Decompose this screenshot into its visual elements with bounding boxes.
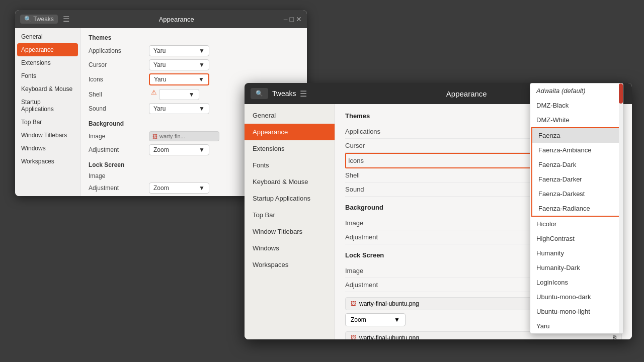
back-bg-adj-chevron: ▼ xyxy=(199,146,205,153)
back-sound-select[interactable]: Yaru ▼ xyxy=(149,103,209,114)
back-sidebar: General Appearance Extensions Fonts Keyb… xyxy=(15,28,80,196)
back-sidebar-windows[interactable]: Windows xyxy=(15,142,80,155)
dropdown-item-faenza-ambiance[interactable]: Faenza-Ambiance xyxy=(532,143,621,157)
back-ls-image-label: Image xyxy=(89,172,149,179)
icons-dropdown: Adwaita (default) DMZ-Black DMZ-White Fa… xyxy=(530,83,623,334)
back-themes-header: Themes xyxy=(89,34,299,41)
back-titlebar: 🔍 Tweaks ☰ Appearance – □ ✕ xyxy=(15,10,307,28)
back-cursor-label: Cursor xyxy=(89,61,149,68)
back-cursor-select[interactable]: Yaru ▼ xyxy=(149,59,209,70)
back-sidebar-general[interactable]: General xyxy=(15,30,80,43)
back-sidebar-startup[interactable]: Startup Applications xyxy=(15,96,80,116)
back-ls-adj-selected: Zoom xyxy=(153,185,169,192)
dropdown-item-dmz-black[interactable]: DMZ-Black xyxy=(530,98,623,113)
dropdown-item-faenza-darker[interactable]: Faenza-Darker xyxy=(532,172,621,187)
front-sidebar-workspaces[interactable]: Workspaces xyxy=(245,256,335,273)
front-sidebar-startup[interactable]: Startup Applications xyxy=(245,190,335,207)
dropdown-item-humanity[interactable]: Humanity xyxy=(530,246,623,260)
back-shell-label: Shell xyxy=(89,91,149,98)
back-applications-select[interactable]: Yaru ▼ xyxy=(149,45,209,56)
dropdown-item-adwaita[interactable]: Adwaita (default) xyxy=(530,83,623,98)
back-sidebar-workspaces[interactable]: Workspaces xyxy=(15,155,80,168)
back-minimize-btn[interactable]: – xyxy=(284,15,288,23)
dropdown-red-box-group: Faenza Faenza-Ambiance Faenza-Dark Faenz… xyxy=(531,127,622,217)
dropdown-item-dmz-white[interactable]: DMZ-White xyxy=(530,113,623,127)
back-sidebar-extensions[interactable]: Extensions xyxy=(15,56,80,69)
back-sound-label: Sound xyxy=(89,105,149,112)
dropdown-item-humanity-dark[interactable]: Humanity-Dark xyxy=(530,260,623,275)
dropdown-item-faenza-dark[interactable]: Faenza-Dark xyxy=(532,157,621,172)
front-bg-zoom-chevron: ▼ xyxy=(394,316,400,323)
back-sidebar-keyboard[interactable]: Keyboard & Mouse xyxy=(15,82,80,96)
back-bg-image-icon: 🖼 xyxy=(152,134,157,139)
back-close-btn[interactable]: ✕ xyxy=(296,15,302,23)
front-sidebar: General Appearance Extensions Fonts Keyb… xyxy=(245,104,335,339)
back-sidebar-topbar[interactable]: Top Bar xyxy=(15,116,80,129)
back-ls-adj-label: Adjustment xyxy=(89,185,149,192)
front-search-icon: 🔍 xyxy=(256,90,263,97)
dropdown-item-faenza-radiance[interactable]: Faenza-Radiance xyxy=(532,201,621,216)
back-ls-adj-select[interactable]: Zoom ▼ xyxy=(149,183,209,194)
front-bg-filename: warty-final-ubuntu.png xyxy=(359,300,419,307)
back-bg-adj-selected: Zoom xyxy=(153,146,169,153)
back-cursor-selected: Yaru xyxy=(153,61,166,68)
back-icons-selected: Yaru xyxy=(154,76,166,83)
back-sound-selected: Yaru xyxy=(153,105,166,112)
back-win-title: Appearance xyxy=(69,16,284,23)
back-applications-chevron: ▼ xyxy=(199,47,205,54)
back-bg-image-picker[interactable]: 🖼 warty-fin... xyxy=(149,131,219,141)
back-ls-adj-chevron: ▼ xyxy=(199,185,205,192)
front-sidebar-topbar[interactable]: Top Bar xyxy=(245,207,335,223)
back-sidebar-titlebars[interactable]: Window Titlebars xyxy=(15,129,80,142)
back-bg-adj-label: Adjustment xyxy=(89,146,149,153)
front-bg-zoom-select[interactable]: Zoom ▼ xyxy=(345,313,406,326)
dropdown-scrollbar-track xyxy=(619,83,623,333)
dropdown-item-hicolor[interactable]: Hicolor xyxy=(530,217,623,231)
back-cursor-chevron: ▼ xyxy=(199,61,205,68)
back-maximize-btn[interactable]: □ xyxy=(290,15,294,23)
back-shell-select[interactable]: ▼ xyxy=(159,89,199,100)
back-cursor-value: Yaru ▼ xyxy=(149,59,299,70)
back-win-buttons: – □ ✕ xyxy=(284,15,302,23)
dropdown-item-faenza-darkest[interactable]: Faenza-Darkest xyxy=(532,187,621,201)
back-icons-select[interactable]: Yaru ▼ xyxy=(149,73,209,85)
back-search-area[interactable]: 🔍 Tweaks xyxy=(20,15,58,24)
front-sidebar-general[interactable]: General xyxy=(245,107,335,124)
back-applications-value: Yaru ▼ xyxy=(149,45,299,56)
back-icons-chevron: ▼ xyxy=(198,76,204,83)
back-shell-warn: ⚠ xyxy=(151,88,157,96)
front-sidebar-extensions[interactable]: Extensions xyxy=(245,140,335,157)
front-sidebar-appearance[interactable]: Appearance xyxy=(245,124,335,140)
back-applications-label: Applications xyxy=(89,47,149,54)
back-bg-image-label: Image xyxy=(89,133,149,140)
front-ls-file-icon: 🖼 xyxy=(351,335,356,339)
back-sidebar-appearance[interactable]: Appearance xyxy=(17,43,78,56)
front-bg-zoom-label: Zoom xyxy=(351,316,366,323)
dropdown-item-faenza[interactable]: Faenza xyxy=(532,128,621,143)
front-sidebar-fonts[interactable]: Fonts xyxy=(245,157,335,173)
front-ls-filename: warty-final-ubuntu.png xyxy=(359,334,419,339)
back-menu-icon: ☰ xyxy=(63,15,69,24)
back-icons-label: Icons xyxy=(89,76,149,83)
back-row-cursor: Cursor Yaru ▼ xyxy=(89,59,299,70)
front-search-area[interactable]: 🔍 xyxy=(251,88,268,99)
front-menu-icon[interactable]: ☰ xyxy=(300,89,307,99)
dropdown-item-highcontrast[interactable]: HighContrast xyxy=(530,231,623,246)
back-shell-chevron: ▼ xyxy=(189,91,195,98)
dropdown-item-ubuntu-mono-light[interactable]: Ubuntu-mono-light xyxy=(530,304,623,319)
back-sidebar-fonts[interactable]: Fonts xyxy=(15,69,80,82)
back-bg-adj-select[interactable]: Zoom ▼ xyxy=(149,144,209,155)
back-sound-chevron: ▼ xyxy=(199,105,205,112)
front-sidebar-titlebars[interactable]: Window Titlebars xyxy=(245,223,335,240)
back-tweaks-label: Tweaks xyxy=(33,16,54,23)
front-sidebar-windows[interactable]: Windows xyxy=(245,240,335,256)
dropdown-item-ubuntu-mono-dark[interactable]: Ubuntu-mono-dark xyxy=(530,290,623,304)
dropdown-scrollbar-thumb[interactable] xyxy=(619,83,623,104)
back-row-applications: Applications Yaru ▼ xyxy=(89,45,299,56)
front-ls-copy-icon[interactable]: ⎘ xyxy=(613,334,616,339)
dropdown-item-yaru[interactable]: Yaru xyxy=(530,319,623,333)
front-tweaks-label: Tweaks xyxy=(272,89,296,98)
front-bg-file-icon: 🖼 xyxy=(351,301,356,307)
dropdown-item-loginicons[interactable]: LoginIcons xyxy=(530,275,623,290)
front-sidebar-keyboard[interactable]: Keyboard & Mouse xyxy=(245,173,335,190)
